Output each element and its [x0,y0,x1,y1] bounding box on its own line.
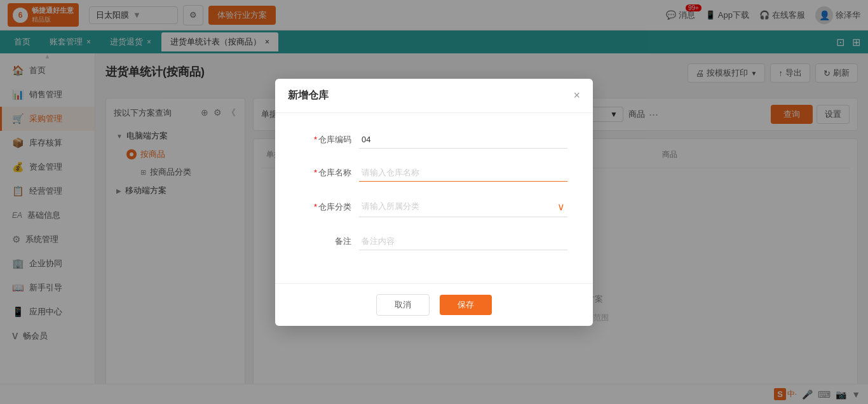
form-row-category: 仓库分类 请输入所属分类 ∨ [301,197,567,217]
save-button[interactable]: 保存 [440,295,492,315]
modal-overlay[interactable]: 新增仓库 × 仓库编码 仓库名称 仓库分类 请输入所属分类 ∨ [0,0,868,404]
modal-title: 新增仓库 [288,89,329,102]
warehouse-category-select[interactable]: 请输入所属分类 ∨ [359,197,567,217]
form-label-category: 仓库分类 [301,201,351,213]
warehouse-note-input[interactable] [359,232,567,250]
form-label-note: 备注 [301,236,351,247]
modal-body: 仓库编码 仓库名称 仓库分类 请输入所属分类 ∨ 备注 [275,113,593,283]
form-label-code: 仓库编码 [301,134,351,145]
form-label-name: 仓库名称 [301,167,351,178]
warehouse-code-input[interactable] [359,131,567,149]
cancel-button[interactable]: 取消 [376,294,430,316]
modal-new-warehouse: 新增仓库 × 仓库编码 仓库名称 仓库分类 请输入所属分类 ∨ [275,79,593,326]
form-row-code: 仓库编码 [301,131,567,149]
form-row-name: 仓库名称 [301,164,567,182]
modal-close-button[interactable]: × [573,90,580,101]
modal-footer: 取消 保存 [275,283,593,326]
category-dropdown-arrow: ∨ [557,201,565,213]
category-placeholder: 请输入所属分类 [362,201,419,212]
modal-header: 新增仓库 × [275,79,593,113]
warehouse-name-input[interactable] [359,164,567,182]
form-row-note: 备注 [301,232,567,250]
